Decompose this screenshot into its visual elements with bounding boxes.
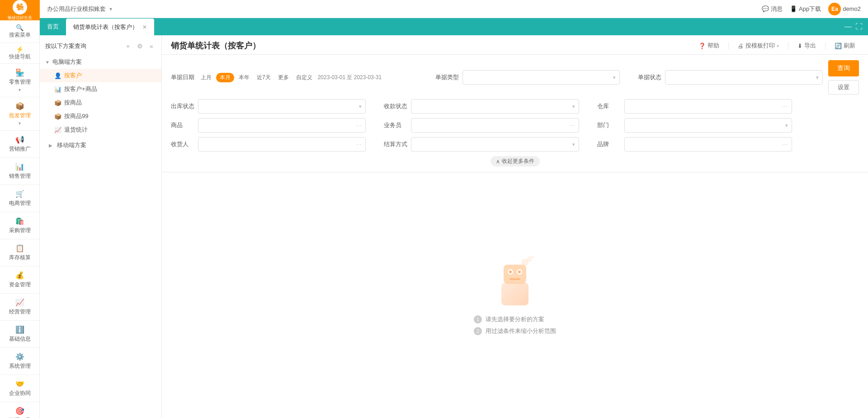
brand-select[interactable]: ··· xyxy=(624,137,792,152)
tree-item-by-customer-product-label: 按客户+商品 xyxy=(64,85,97,93)
doc-status-label: 单据状态 xyxy=(638,73,661,81)
tree-item-return-stats[interactable]: 📈 退货统计 xyxy=(40,123,161,137)
payment-method-arrow-icon: ▾ xyxy=(572,142,575,147)
collapse-btn[interactable]: ∧ 收起更多条件 xyxy=(491,156,540,166)
salesperson-select[interactable]: ··· xyxy=(411,118,579,133)
receipt-status-select[interactable]: ▾ xyxy=(411,99,579,114)
tree-arrow-mobile-icon: ▶ xyxy=(49,143,52,148)
tab-sales-stats[interactable]: 销货单统计表（按客户） ✕ xyxy=(66,19,154,36)
export-label: 导出 xyxy=(804,42,816,50)
sidebar-item-sales[interactable]: 📊 销售管理 xyxy=(0,158,39,185)
department-label: 部门 xyxy=(597,121,621,129)
doc-type-label: 单据类型 xyxy=(435,73,459,81)
help-btn[interactable]: ❓ 帮助 xyxy=(695,40,723,52)
date-tab-custom[interactable]: 自定义 xyxy=(293,73,315,82)
user-icon: 👤 xyxy=(54,72,61,79)
sidebar-item-marketing[interactable]: 📢 营销推广 xyxy=(0,131,39,158)
tab-close-icon[interactable]: ✕ xyxy=(142,24,147,30)
sidebar-item-purchase[interactable]: 🛍️ 采购管理 xyxy=(0,212,39,239)
sidebar-item-ecommerce[interactable]: 🛒 电商管理 xyxy=(0,185,39,212)
out-status-label: 出库状态 xyxy=(171,102,194,110)
sidebar-item-operation[interactable]: 📈 经营管理 xyxy=(0,294,39,321)
query-button[interactable]: 查询 xyxy=(828,60,859,76)
tree-item-by-product[interactable]: 📦 按商品 xyxy=(40,96,161,109)
receipt-status-label: 收款状态 xyxy=(384,102,407,110)
sidebar-item-basic[interactable]: ℹ️ 基础信息 xyxy=(0,321,39,348)
sidebar-item-system[interactable]: ⚙️ 系统管理 xyxy=(0,348,39,375)
tree-item-return-stats-label: 退货统计 xyxy=(64,126,88,134)
empty-tips: 1 请先选择要分析的方案 2 用过滤条件来缩小分析范围 xyxy=(474,315,556,335)
message-btn[interactable]: 💬 消息 xyxy=(762,5,783,13)
tree-group-desktop-label: 电脑端方案 xyxy=(52,58,82,66)
warehouse-label: 仓库 xyxy=(597,102,621,110)
tip-text-2: 用过滤条件来缩小分析范围 xyxy=(486,327,556,335)
enterprise-icon: 🤝 xyxy=(15,380,24,388)
date-tab-last7[interactable]: 近7天 xyxy=(254,73,274,82)
topbar-left: 办公用品行业模拟账套 ▾ xyxy=(47,5,112,13)
tab-home[interactable]: 首页 xyxy=(40,18,66,35)
settings-button[interactable]: 设置 xyxy=(828,80,859,95)
user-name: demo2 xyxy=(843,5,861,12)
tip-text-1: 请先选择要分析的方案 xyxy=(486,315,544,323)
filter-out-status: 出库状态 ▾ xyxy=(171,99,366,114)
tab-maximize-btn[interactable]: ⛶ xyxy=(855,23,863,31)
user-menu[interactable]: Ea demo2 xyxy=(828,3,861,15)
divider-2 xyxy=(788,42,788,49)
empty-illustration xyxy=(488,256,542,310)
tree-section: ▼ 电脑端方案 👤 按客户 📊 按客户+商品 📦 按商品 xyxy=(40,55,161,152)
add-scheme-btn[interactable]: + xyxy=(123,42,132,51)
doc-status-select[interactable]: ▾ xyxy=(665,70,823,85)
print-btn[interactable]: 🖨 按模板打印 ▾ xyxy=(734,40,783,52)
receiver-select[interactable]: ··· xyxy=(198,137,366,152)
retail-icon: 🏪 xyxy=(15,68,24,77)
ecommerce-icon: 🛒 xyxy=(15,190,24,198)
filter-date: 单据日期 上月 本月 本年 近7天 更多 自定义 2023-03-01 至 20… xyxy=(171,73,417,82)
svg-rect-0 xyxy=(501,283,528,305)
brand-label: 品牌 xyxy=(597,140,621,148)
product-select[interactable]: ··· xyxy=(198,118,366,133)
export-icon: ⬇ xyxy=(797,43,802,49)
refresh-icon: 🔄 xyxy=(835,43,842,49)
date-tab-prev-month[interactable]: 上月 xyxy=(198,73,214,82)
scheme-collapse-btn[interactable]: « xyxy=(147,42,156,51)
tree-item-by-customer[interactable]: 👤 按客户 xyxy=(40,69,161,82)
export-btn[interactable]: ⬇ 导出 xyxy=(794,40,820,52)
date-tab-current-month[interactable]: 本月 xyxy=(216,73,234,82)
tree-item-by-product-99-label: 按商品99 xyxy=(64,112,88,120)
tree-group-desktop-header[interactable]: ▼ 电脑端方案 xyxy=(40,55,161,69)
account-dropdown[interactable]: ▾ xyxy=(109,6,112,12)
out-status-select[interactable]: ▾ xyxy=(198,99,366,114)
salesperson-label: 业务员 xyxy=(384,121,407,129)
tree-item-by-customer-product[interactable]: 📊 按客户+商品 xyxy=(40,82,161,96)
left-panel-actions: + ⚙ « xyxy=(123,42,156,51)
date-tabs: 上月 本月 本年 近7天 更多 自定义 xyxy=(198,73,315,82)
sidebar-item-wholesale[interactable]: 📦 批发管理 ▾ xyxy=(0,97,39,131)
message-label: 消息 xyxy=(771,5,783,13)
tab-minimize-btn[interactable]: — xyxy=(844,23,852,31)
sidebar-item-guide[interactable]: 🎯 新手引导 xyxy=(0,402,39,418)
empty-state: 1 请先选择要分析的方案 2 用过滤条件来缩小分析范围 xyxy=(162,172,868,418)
refresh-btn[interactable]: 🔄 刷新 xyxy=(831,40,859,52)
tree-arrow-icon: ▼ xyxy=(45,60,50,65)
date-tab-more[interactable]: 更多 xyxy=(275,73,292,82)
date-tab-current-year[interactable]: 本年 xyxy=(236,73,252,82)
receiver-label: 收货人 xyxy=(171,140,194,148)
date-range-display: 2023-03-01 至 2023-03-31 xyxy=(318,74,382,81)
sidebar-item-enterprise[interactable]: 🤝 企业协同 xyxy=(0,375,39,402)
sidebar-search[interactable]: 🔍 搜索菜单 xyxy=(0,20,39,43)
app-download-btn[interactable]: 📱 App下载 xyxy=(790,5,821,13)
doc-type-select[interactable]: ▾ xyxy=(462,70,620,85)
sidebar-item-retail[interactable]: 🏪 零售管理 ▾ xyxy=(0,64,39,97)
scheme-settings-btn[interactable]: ⚙ xyxy=(135,42,144,51)
print-dropdown-icon[interactable]: ▾ xyxy=(777,43,779,48)
sidebar-quick-nav[interactable]: ⚡ 快捷导航 xyxy=(0,43,39,64)
tree-item-by-product-99[interactable]: 📦 按商品99 xyxy=(40,109,161,123)
divider-1 xyxy=(728,42,729,49)
warehouse-select[interactable]: ··· xyxy=(624,99,792,114)
sidebar-item-finance[interactable]: 💰 资金管理 xyxy=(0,266,39,294)
sidebar-item-inventory[interactable]: 📋 库存核算 xyxy=(0,239,39,266)
department-select[interactable]: ▾ xyxy=(624,118,792,133)
payment-method-select[interactable]: ▾ xyxy=(411,137,579,152)
tree-group-mobile-header[interactable]: ▶ 移动端方案 xyxy=(40,138,161,152)
content-area: 按以下方案查询 + ⚙ « ▼ 电脑端方案 👤 按客户 xyxy=(40,35,868,418)
